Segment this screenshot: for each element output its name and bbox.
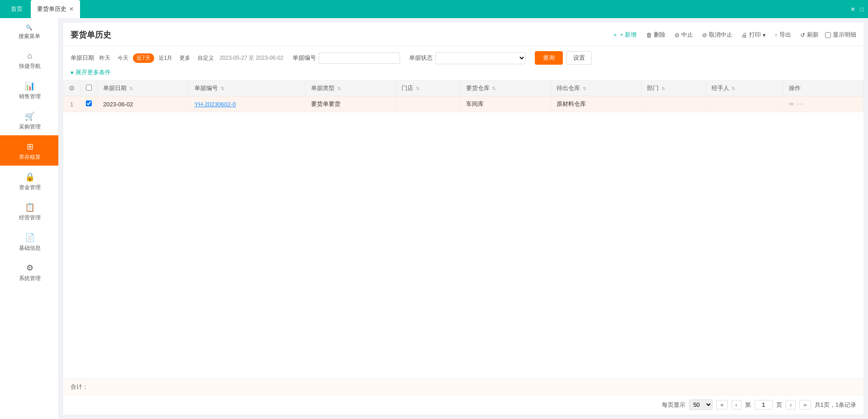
sort-doc-type-icon[interactable]: ⇅ (337, 86, 341, 91)
filter-date-label: 单据日期 (71, 54, 94, 62)
filter-area: 单据日期 昨天 今天 近7天 近1月 更多 自定义 2023-05-27 至 2… (63, 46, 863, 81)
th-date: 单据日期 ⇅ (98, 81, 189, 96)
select-all-checkbox[interactable] (86, 85, 92, 90)
sort-doc-no-icon[interactable]: ⇅ (221, 86, 224, 91)
expand-button[interactable]: ▾ 展开更多条件 (71, 68, 111, 76)
th-req-warehouse-label: 要货仓库 (466, 85, 490, 91)
display-detail-toggle[interactable]: 显示明细 (825, 31, 856, 39)
export-button[interactable]: ↑ 导出 (772, 29, 794, 41)
row-edit-icon[interactable]: ✏ (789, 100, 794, 108)
date-btn-7days[interactable]: 近7天 (133, 53, 154, 63)
query-button[interactable]: 查询 (535, 51, 563, 65)
delete-button[interactable]: 🗑 删除 (643, 29, 668, 41)
refresh-button[interactable]: ↺ 刷新 (797, 29, 821, 41)
sidebar-item-quick-nav-label: 快捷导航 (19, 62, 41, 70)
prev-page-button[interactable]: ‹ (731, 400, 741, 409)
date-range-display: 2023-05-27 至 2023-06-02 (219, 54, 283, 62)
filter-actions: 查询 设置 (535, 51, 592, 65)
th-date-label: 单据日期 (103, 85, 127, 91)
operations-icon: 📋 (25, 202, 35, 212)
add-button[interactable]: ＋ + 新增 (609, 29, 639, 41)
toolbar: ＋ + 新增 🗑 删除 ⊘ 中止 ⊘ 取消中止 (609, 29, 856, 41)
doc-no-link[interactable]: YH-20230602-0 (194, 101, 236, 108)
stop-label: 中止 (681, 31, 693, 39)
sidebar-search[interactable]: 🔍 搜索菜单 (0, 18, 58, 45)
sidebar-search-label: 搜索菜单 (19, 33, 40, 40)
refresh-icon: ↺ (800, 32, 805, 38)
table-container: ⚙ 单据日期 ⇅ 单据编号 ⇅ (63, 81, 863, 379)
tab-home[interactable]: 首页 (5, 0, 29, 18)
th-handler-label: 经手人 (712, 85, 729, 91)
page-suffix-label: 页 (776, 401, 782, 409)
sidebar-item-operations[interactable]: 📋 经营管理 (0, 196, 58, 226)
print-button[interactable]: 🖨 打印 ▾ (739, 29, 769, 41)
th-department-label: 部门 (647, 85, 659, 91)
sidebar-item-basic-info-label: 基础信息 (19, 244, 41, 252)
tab-requisition-label: 要货单历史 (37, 5, 66, 13)
sort-handler-icon[interactable]: ⇅ (731, 86, 735, 91)
main-layout: 🔍 搜索菜单 ⌂ 快捷导航 📊 销售管理 🛒 采购管理 ⊞ 库存核算 🔒 资金管… (0, 18, 868, 419)
sidebar-item-basic-info[interactable]: 📄 基础信息 (0, 226, 58, 257)
row-pending-warehouse: 原材料仓库 (551, 96, 642, 112)
window-close-icon[interactable]: ✕ (850, 6, 855, 13)
row-num: 1 (63, 96, 80, 112)
next-page-button[interactable]: › (786, 400, 796, 409)
sort-store-icon[interactable]: ⇅ (416, 86, 420, 91)
last-page-button[interactable]: » (799, 400, 811, 409)
expand-row: ▾ 展开更多条件 (71, 68, 856, 76)
page-size-select[interactable]: 50 10 20 100 (689, 400, 712, 410)
doc-status-select[interactable] (435, 52, 526, 64)
cancel-stop-button[interactable]: ⊘ 取消中止 (699, 29, 735, 41)
print-dropdown-icon: ▾ (763, 32, 766, 38)
pagination: 每页显示 50 10 20 100 « ‹ 第 页 › » 共1页，1条记录 (63, 395, 863, 414)
row-handler (706, 96, 783, 112)
inventory-icon: ⊞ (27, 142, 33, 152)
sidebar-item-finance-label: 资金管理 (19, 184, 41, 191)
row-doc-no[interactable]: YH-20230602-0 (189, 96, 306, 112)
row-more-icon[interactable]: ⋯ (797, 100, 803, 108)
delete-icon: 🗑 (646, 32, 652, 38)
data-table: ⚙ 单据日期 ⇅ 单据编号 ⇅ (63, 81, 863, 112)
sidebar-item-purchase[interactable]: 🛒 采购管理 (0, 105, 58, 135)
sidebar-item-quick-nav[interactable]: ⌂ 快捷导航 (0, 45, 58, 75)
settings-button[interactable]: 设置 (566, 51, 592, 65)
tab-requisition-history[interactable]: 要货单历史 ✕ (31, 0, 80, 18)
column-settings-icon[interactable]: ⚙ (69, 84, 75, 92)
window-maximize-icon[interactable]: □ (860, 6, 863, 13)
cancel-stop-label: 取消中止 (709, 31, 732, 39)
search-icon: 🔍 (26, 24, 33, 31)
first-page-button[interactable]: « (716, 400, 727, 409)
top-bar-right: ✕ □ (850, 6, 863, 13)
display-detail-checkbox[interactable] (825, 32, 831, 38)
sidebar-item-finance[interactable]: 🔒 资金管理 (0, 166, 58, 196)
tab-close-icon[interactable]: ✕ (69, 6, 74, 12)
stop-button[interactable]: ⊘ 中止 (672, 29, 696, 41)
finance-icon: 🔒 (25, 172, 35, 182)
sort-pending-warehouse-icon[interactable]: ⇅ (583, 86, 586, 91)
sidebar-item-inventory[interactable]: ⊞ 库存核算 (0, 135, 58, 166)
th-doc-type: 单据类型 ⇅ (306, 81, 396, 96)
row-actions: ✏ ⋯ (783, 96, 863, 112)
sort-date-icon[interactable]: ⇅ (129, 86, 133, 91)
date-btn-more[interactable]: 更多 (177, 53, 193, 63)
sidebar-item-system[interactable]: ⚙ 系统管理 (0, 257, 58, 287)
row-checkbox[interactable] (86, 100, 92, 106)
sort-req-warehouse-icon[interactable]: ⇅ (492, 86, 495, 91)
date-btn-custom[interactable]: 自定义 (195, 53, 217, 63)
doc-no-input[interactable] (319, 52, 400, 64)
add-icon: ＋ (612, 31, 618, 39)
date-btn-today[interactable]: 今天 (115, 53, 131, 63)
purchase-icon: 🛒 (25, 111, 35, 121)
row-doc-type: 要货单要货 (306, 96, 396, 112)
action-icons: ✏ ⋯ (789, 100, 858, 108)
date-btn-yesterday[interactable]: 昨天 (97, 53, 113, 63)
page-header: 要货单历史 ＋ + 新增 🗑 删除 ⊘ 中止 ⊘ (63, 23, 863, 46)
page-number-input[interactable] (755, 400, 773, 409)
sort-department-icon[interactable]: ⇅ (661, 86, 665, 91)
th-action-label: 操作 (789, 85, 801, 91)
date-btn-1month[interactable]: 近1月 (156, 53, 175, 63)
th-doc-no-label: 单据编号 (194, 85, 218, 91)
th-action: 操作 (783, 81, 863, 96)
row-date: 2023-06-02 (98, 96, 189, 112)
sidebar-item-sales[interactable]: 📊 销售管理 (0, 75, 58, 105)
